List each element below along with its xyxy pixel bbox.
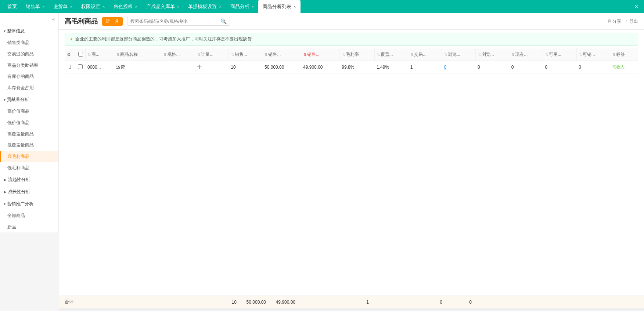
chevron-down-icon: ▾ (4, 29, 6, 33)
select-all-checkbox[interactable] (78, 52, 83, 57)
th-views1[interactable]: ⇅浏览... (442, 48, 475, 61)
footer-sales-amount: 50,000.00 (239, 300, 268, 305)
period-button[interactable]: 近一月 (102, 17, 123, 26)
th-spec[interactable]: ⇅规格... (161, 48, 195, 61)
close-template-settings-tab[interactable]: × (219, 4, 221, 9)
sidebar-collapse-header[interactable]: « (0, 13, 58, 25)
collapse-icon[interactable]: « (52, 16, 55, 22)
cell-views2: 0 (475, 61, 509, 73)
th-unit[interactable]: ⇅计量... (195, 48, 229, 61)
nav-item-finished-goods[interactable]: 产成品入库单 × (142, 0, 184, 13)
cell-available-stock: 0 (543, 61, 576, 73)
close-finished-goods-tab[interactable]: × (177, 4, 179, 9)
chevron-down-icon-marketing: ▾ (4, 202, 6, 206)
th-sales-qty[interactable]: ⇅销售... (229, 48, 262, 61)
sidebar-wrapper: « ▾ 整体信息 销售类商品 交易过的商品 商品分类助销率 有库存的商品 库存资… (0, 13, 59, 311)
cell-transactions: 1 (408, 61, 442, 73)
sidebar-item-inventory-capital[interactable]: 库存资金占用 (0, 82, 58, 94)
sidebar-group-marketing[interactable]: ▾ 营销推广分析 (0, 198, 58, 210)
th-gross-margin[interactable]: ⇅毛利率 (339, 48, 374, 61)
nav-item-product-analysis-list[interactable]: 商品分析列表 × (258, 0, 300, 13)
sidebar-item-sales-goods[interactable]: 销售类商品 (0, 37, 58, 48)
th-views2[interactable]: ⇅浏览... (475, 48, 509, 61)
page-title: 高毛利商品 (65, 17, 98, 26)
search-icon[interactable]: 🔍 (220, 18, 227, 24)
sidebar-group-contribution[interactable]: ▾ 贡献量分析 (0, 94, 58, 106)
nav-item-sales[interactable]: 销售单 × (21, 0, 49, 13)
th-sales-profit[interactable]: ⇅销售... (301, 48, 339, 61)
sidebar-group-trend[interactable]: ▶ 流趋性分析 (0, 174, 58, 186)
share-button[interactable]: ⎘ 分享 (608, 18, 621, 25)
th-coverage[interactable]: ⇅覆盖... (374, 48, 408, 61)
sidebar-group-overall[interactable]: ▾ 整体信息 (0, 25, 58, 37)
cell-index: 1 (65, 61, 76, 73)
bottom-scrollbar[interactable] (59, 308, 644, 311)
cell-spec (161, 61, 195, 73)
header-actions: ⎘ 分享 ↑ 导出 (608, 18, 638, 25)
info-icon: ✦ (69, 37, 73, 42)
export-button[interactable]: ↑ 导出 (626, 18, 638, 25)
close-permissions-tab[interactable]: × (102, 4, 105, 9)
sidebar-item-category-rate[interactable]: 商品分类助销率 (0, 60, 58, 71)
row-checkbox[interactable] (78, 64, 83, 69)
sidebar-item-low-value[interactable]: 低价值商品 (0, 117, 58, 129)
th-transactions[interactable]: ⇅交易... (408, 48, 442, 61)
th-sellable-stock[interactable]: ⇅可销... (576, 48, 610, 61)
sidebar-item-low-margin[interactable]: 低毛利商品 (0, 162, 58, 174)
sidebar-item-low-coverage[interactable]: 低覆盖量商品 (0, 140, 58, 151)
table-header-row: ⚙ ⇅商... ⇅商品名称 ⇅规格... ⇅计量... ⇅销售... ⇅销售..… (65, 48, 638, 61)
sidebar-item-high-value[interactable]: 高价值商品 (0, 106, 58, 117)
cell-code: 0000... (85, 61, 114, 73)
sidebar-item-all-goods[interactable]: 全部商品 (0, 210, 58, 221)
footer-label: 合计: (65, 299, 94, 305)
close-window-button[interactable]: × (632, 3, 641, 10)
sidebar-group-growth[interactable]: ▶ 成长性分析 (0, 186, 58, 198)
close-product-analysis-tab[interactable]: × (252, 4, 254, 9)
th-settings[interactable]: ⚙ (65, 48, 76, 61)
content-header: 高毛利商品 近一月 🔍 ⎘ 分享 ↑ 导出 (59, 13, 644, 30)
cell-sellable-stock: 0 (576, 61, 610, 73)
chevron-down-icon-contribution: ▾ (4, 98, 6, 102)
th-sales-amount[interactable]: ⇅销售... (262, 48, 301, 61)
close-purchase-tab[interactable]: × (70, 4, 72, 9)
cell-sales-profit: 49,900.00 (301, 61, 339, 73)
nav-item-product-analysis[interactable]: 商品分析 × (226, 0, 258, 13)
sidebar-item-high-margin[interactable]: 高毛利商品 (0, 151, 58, 162)
sidebar-item-in-stock-goods[interactable]: 有库存的商品 (0, 71, 58, 82)
footer-available-stock: 0 (445, 300, 474, 305)
sidebar-item-traded-goods[interactable]: 交易过的商品 (0, 48, 58, 60)
cell-sales-qty: 10 (229, 61, 262, 73)
cell-views1[interactable]: 0 (442, 61, 475, 73)
nav-item-home[interactable]: 首页 (3, 0, 21, 13)
footer-current-stock: 0 (415, 300, 445, 305)
close-roles-tab[interactable]: × (135, 4, 137, 9)
th-tag[interactable]: ⇅标签 (610, 48, 638, 61)
search-input[interactable] (130, 19, 220, 24)
table-row: 1 0000... 运费 个 10 50,000.00 49,900.00 99… (65, 61, 638, 73)
cell-checkbox[interactable] (76, 61, 85, 73)
close-sales-tab[interactable]: × (42, 4, 44, 9)
share-icon: ⎘ (608, 19, 611, 24)
info-banner: ✦ 企业的主要的利润都是这部分商品创造的，可考虑加大推广，同时关注库存是不要出现… (65, 33, 638, 46)
nav-item-purchase[interactable]: 进货单 × (49, 0, 76, 13)
nav-item-template-settings[interactable]: 单据模板设置 × (184, 0, 226, 13)
footer-sales-qty: 10 (209, 300, 239, 305)
cell-current-stock: 0 (509, 61, 543, 73)
cell-unit: 个 (195, 61, 229, 73)
sidebar-item-high-coverage[interactable]: 高覆盖量商品 (0, 129, 58, 140)
settings-icon[interactable]: ⚙ (67, 52, 71, 57)
th-current-stock[interactable]: ⇅现有... (509, 48, 543, 61)
th-checkbox[interactable] (76, 48, 85, 61)
footer-sales-profit: 49,900.00 (268, 300, 298, 305)
table-container[interactable]: ⚙ ⇅商... ⇅商品名称 ⇅规格... ⇅计量... ⇅销售... ⇅销售..… (59, 48, 644, 296)
close-product-analysis-list-tab[interactable]: × (294, 4, 296, 9)
nav-item-permissions[interactable]: 权限设置 × (77, 0, 109, 13)
cell-name: 运费 (114, 61, 161, 73)
product-table: ⚙ ⇅商... ⇅商品名称 ⇅规格... ⇅计量... ⇅销售... ⇅销售..… (65, 48, 638, 73)
th-name[interactable]: ⇅商品名称 (114, 48, 161, 61)
nav-item-roles[interactable]: 角色授权 × (109, 0, 141, 13)
cell-coverage: 1.49% (374, 61, 408, 73)
th-code[interactable]: ⇅商... (85, 48, 114, 61)
th-available-stock[interactable]: ⇅可用... (543, 48, 576, 61)
sidebar-item-new-goods[interactable]: 新品 (0, 221, 58, 233)
